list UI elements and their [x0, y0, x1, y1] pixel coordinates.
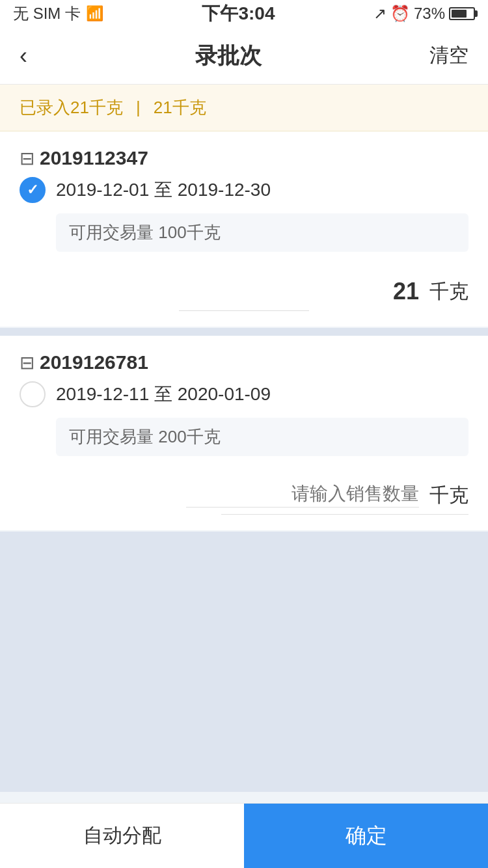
- batch2-qty-wrapper: 千克: [0, 469, 488, 530]
- batch2-date-row: 2019-12-11 至 2020-01-09: [20, 381, 468, 407]
- section-divider: [0, 328, 488, 336]
- batch1-radio[interactable]: [20, 177, 46, 203]
- batch1-separator: [179, 310, 309, 311]
- batch1-date: 2019-12-01 至 2019-12-30: [56, 178, 271, 202]
- wifi-icon: 📶: [86, 5, 103, 22]
- batch2-card: ⊟ 2019126781 2019-12-11 至 2020-01-09 可用交…: [0, 336, 488, 530]
- status-right: ↗ ⏰ 73%: [373, 5, 475, 23]
- banner-divider: |: [136, 98, 141, 118]
- no-sim-text: 无 SIM 卡: [13, 3, 81, 24]
- alarm-icon: ⏰: [390, 5, 410, 23]
- batch2-separator: [221, 514, 468, 515]
- batch1-qty-value: 21: [393, 278, 419, 305]
- location-icon: ↗: [373, 5, 386, 23]
- nav-bar: ‹ 录批次 清空: [0, 27, 488, 85]
- batch1-id: 2019112347: [40, 147, 148, 169]
- auto-distribute-button[interactable]: 自动分配: [0, 804, 244, 868]
- total-qty-label: 21千克: [154, 96, 206, 119]
- batch2-id-row: ⊟ 2019126781: [20, 351, 468, 373]
- status-bar: 无 SIM 卡 📶 下午3:04 ↗ ⏰ 73%: [0, 0, 488, 27]
- batch1-card: ⊟ 2019112347 2019-12-01 至 2019-12-30 可用交…: [0, 131, 488, 327]
- batch2-id: 2019126781: [40, 351, 148, 373]
- page-title: 录批次: [195, 41, 262, 71]
- batch1-qty-unit: 千克: [429, 278, 468, 305]
- batch2-available-qty: 可用交易量 200千克: [56, 418, 468, 456]
- recorded-qty-label: 已录入21千克: [20, 96, 123, 119]
- batch1-qty-row: 21 千克: [0, 265, 488, 305]
- clear-button[interactable]: 清空: [429, 42, 468, 69]
- batch1-available-qty: 可用交易量 100千克: [56, 213, 468, 252]
- back-button[interactable]: ‹: [20, 42, 27, 70]
- battery-percent: 73%: [414, 5, 445, 23]
- batch1-id-row: ⊟ 2019112347: [20, 147, 468, 169]
- batch2-icon: ⊟: [20, 352, 34, 373]
- batch2-qty-row: 千克: [0, 469, 488, 509]
- status-left: 无 SIM 卡 📶: [13, 3, 103, 24]
- status-time: 下午3:04: [202, 1, 275, 26]
- bottom-bar: 自动分配 确定: [0, 803, 488, 868]
- battery-icon: [449, 7, 475, 20]
- info-banner: 已录入21千克 | 21千克: [0, 85, 488, 131]
- batch2-qty-input[interactable]: [186, 483, 419, 508]
- batch1-icon: ⊟: [20, 148, 34, 169]
- batch1-qty-wrapper: 21 千克: [0, 265, 488, 327]
- bottom-blank-area: [0, 532, 488, 792]
- confirm-button[interactable]: 确定: [244, 804, 488, 868]
- batch1-date-row: 2019-12-01 至 2019-12-30: [20, 177, 468, 203]
- batch2-date: 2019-12-11 至 2020-01-09: [56, 382, 271, 407]
- batch2-radio[interactable]: [20, 381, 46, 407]
- batch2-qty-unit: 千克: [429, 482, 468, 509]
